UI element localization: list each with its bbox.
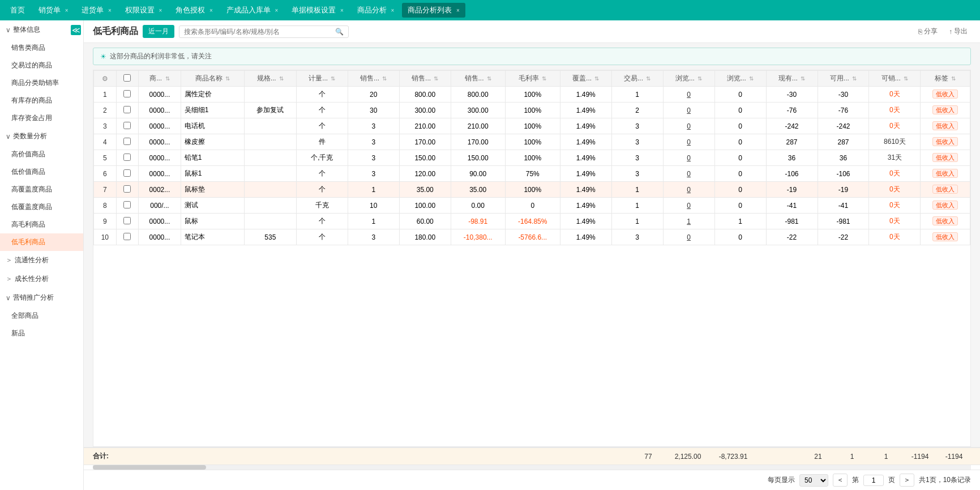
row-checkbox[interactable] xyxy=(116,182,138,198)
col-browse2[interactable]: 浏览... ⇅ xyxy=(714,71,766,87)
row-checkbox[interactable] xyxy=(116,150,138,166)
search-input[interactable] xyxy=(184,28,333,36)
col-name[interactable]: 商品名称 ⇅ xyxy=(181,71,244,87)
date-filter-button[interactable]: 近一月 xyxy=(143,25,174,38)
sidebar-item-low-value[interactable]: 低价值商品 xyxy=(0,163,83,181)
row-available: -41 xyxy=(818,198,869,214)
row-select-checkbox[interactable] xyxy=(123,217,131,224)
row-select-checkbox[interactable] xyxy=(123,185,131,193)
row-select-checkbox[interactable] xyxy=(123,154,131,161)
sidebar-item-inventory-goods[interactable]: 有库存的商品 xyxy=(0,92,83,109)
sidebar-item-low-coverage[interactable]: 低覆盖度商品 xyxy=(0,198,83,216)
row-sales1: 100.00 xyxy=(399,198,451,214)
col-spec[interactable]: 规格... ⇅ xyxy=(244,71,296,87)
sidebar-group-circulation[interactable]: ＞ 流通性分析 xyxy=(0,251,83,270)
row-browse1[interactable]: 0 xyxy=(663,166,714,182)
row-saleable: 0天 xyxy=(869,118,921,134)
sidebar-item-traded-goods[interactable]: 交易过的商品 xyxy=(0,57,83,74)
row-checkbox[interactable] xyxy=(116,103,138,118)
row-browse1[interactable]: 0 xyxy=(663,150,714,166)
per-page-select[interactable]: 50 100 200 xyxy=(799,474,828,487)
row-browse1[interactable]: 0 xyxy=(663,134,714,150)
prev-page-button[interactable]: ＜ xyxy=(833,474,848,487)
nav-item-home[interactable]: 首页 xyxy=(5,3,31,18)
row-gross-rate: 100% xyxy=(505,118,560,134)
nav-item-goods-analysis-list[interactable]: 商品分析列表 × xyxy=(402,3,465,18)
row-checkbox[interactable] xyxy=(116,134,138,150)
select-all-checkbox[interactable] xyxy=(123,74,131,82)
nav-item-product-entry[interactable]: 产成品入库单 × xyxy=(221,3,284,18)
total-sales2: -8,723.91 xyxy=(711,453,756,461)
sidebar-item-capital-usage[interactable]: 库存资金占用 xyxy=(0,109,83,127)
nav-item-roles[interactable]: 角色授权 × xyxy=(170,3,218,18)
row-select-checkbox[interactable] xyxy=(123,106,131,113)
row-browse1[interactable]: 0 xyxy=(663,103,714,118)
page-title: 低毛利商品 xyxy=(93,25,138,37)
row-select-checkbox[interactable] xyxy=(123,90,131,97)
nav-item-goods-analysis[interactable]: 商品分析 × xyxy=(352,3,400,18)
horizontal-scrollbar-thumb[interactable] xyxy=(93,465,206,470)
nav-item-permissions[interactable]: 权限设置 × xyxy=(119,3,168,18)
sidebar-item-high-margin[interactable]: 高毛利商品 xyxy=(0,216,83,233)
row-checkbox[interactable] xyxy=(116,118,138,134)
col-saleable[interactable]: 可销... ⇅ xyxy=(869,71,921,87)
row-select-checkbox[interactable] xyxy=(123,233,131,240)
search-icon[interactable]: 🔍 xyxy=(335,28,344,36)
sidebar-group-quantity[interactable]: ∨ 类数量分析 xyxy=(0,127,83,146)
sidebar-item-high-coverage[interactable]: 高覆盖度商品 xyxy=(0,181,83,198)
sidebar-item-high-value[interactable]: 高价值商品 xyxy=(0,146,83,163)
col-gross-rate[interactable]: 毛利率 ⇅ xyxy=(505,71,560,87)
horizontal-scrollbar-track[interactable] xyxy=(93,465,971,470)
row-checkbox[interactable] xyxy=(116,166,138,182)
export-button[interactable]: ↑ 导出 xyxy=(945,25,971,38)
col-tag[interactable]: 标签 ⇅ xyxy=(921,71,970,87)
row-browse1[interactable]: 0 xyxy=(663,198,714,214)
row-browse1[interactable]: 0 xyxy=(663,229,714,245)
col-tx-count[interactable]: 交易... ⇅ xyxy=(611,71,663,87)
nav-item-sales[interactable]: 销货单 × xyxy=(33,3,74,18)
row-select-checkbox[interactable] xyxy=(123,169,131,177)
sidebar-group-growth[interactable]: ＞ 成长性分析 xyxy=(0,270,83,288)
col-current[interactable]: 现有... ⇅ xyxy=(766,71,818,87)
col-checkbox[interactable] xyxy=(116,71,138,87)
col-cover-rate[interactable]: 覆盖... ⇅ xyxy=(560,71,611,87)
col-browse1[interactable]: 浏览... ⇅ xyxy=(663,71,714,87)
row-browse1[interactable]: 0 xyxy=(663,87,714,103)
col-sales1[interactable]: 销售... ⇅ xyxy=(399,71,451,87)
page-number-input[interactable] xyxy=(863,475,884,486)
col-qty[interactable]: 销售... ⇅ xyxy=(348,71,399,87)
sidebar-item-sales-goods[interactable]: 销售类商品 xyxy=(0,39,83,57)
col-settings[interactable]: ⚙ xyxy=(94,71,117,87)
row-select-checkbox[interactable] xyxy=(123,138,131,145)
col-code[interactable]: 商... ⇅ xyxy=(138,71,181,87)
nav-item-template[interactable]: 单据模板设置 × xyxy=(286,3,349,18)
sidebar-group-marketing[interactable]: ∨ 营销推广分析 xyxy=(0,288,83,307)
row-tx-count: 3 xyxy=(611,229,663,245)
nav-item-purchase[interactable]: 进货单 × xyxy=(76,3,117,18)
sidebar-collapse-btn[interactable]: ≪ xyxy=(71,25,81,35)
row-checkbox[interactable] xyxy=(116,87,138,103)
row-browse2: 0 xyxy=(714,182,766,198)
row-checkbox[interactable] xyxy=(116,214,138,229)
next-page-button[interactable]: ＞ xyxy=(900,474,914,487)
share-button[interactable]: ⎘ 分享 xyxy=(915,25,941,38)
row-browse1[interactable]: 0 xyxy=(663,118,714,134)
col-unit[interactable]: 计量... ⇅ xyxy=(296,71,348,87)
sidebar-group-overall[interactable]: ∨ 整体信息 xyxy=(0,20,46,39)
row-select-checkbox[interactable] xyxy=(123,122,131,129)
sidebar-item-low-margin[interactable]: 低毛利商品 xyxy=(0,233,83,251)
row-browse1[interactable]: 0 xyxy=(663,182,714,198)
row-browse1[interactable]: 1 xyxy=(663,214,714,229)
sidebar-item-all-goods[interactable]: 全部商品 xyxy=(0,307,83,325)
row-sales2: 0.00 xyxy=(451,198,505,214)
row-checkbox[interactable] xyxy=(116,198,138,214)
sidebar-item-new-goods[interactable]: 新品 xyxy=(0,325,83,342)
row-select-checkbox[interactable] xyxy=(123,201,131,208)
sidebar-item-category-rate[interactable]: 商品分类助销率 xyxy=(0,74,83,92)
row-name: 吴细细1 xyxy=(181,103,244,118)
row-saleable: 0天 xyxy=(869,229,921,245)
row-checkbox[interactable] xyxy=(116,229,138,245)
col-sales2[interactable]: 销售... ⇅ xyxy=(451,71,505,87)
col-available[interactable]: 可用... ⇅ xyxy=(818,71,869,87)
row-gross-rate: 100% xyxy=(505,134,560,150)
